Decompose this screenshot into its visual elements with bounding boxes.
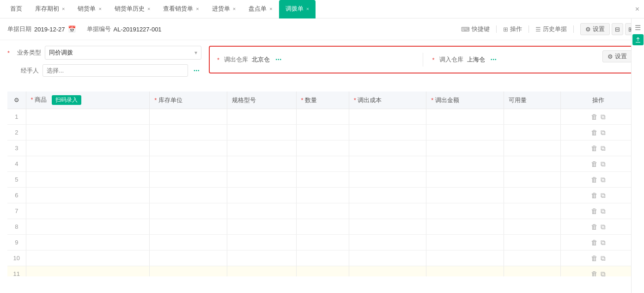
copy-icon[interactable]: ⧉ — [599, 176, 607, 184]
tab-purchase-order[interactable]: 进货单 × — [206, 0, 242, 18]
row-spec[interactable] — [227, 266, 296, 277]
row-spec[interactable] — [227, 172, 296, 188]
tab-sales-order-close[interactable]: × — [98, 6, 101, 12]
row-spec[interactable] — [227, 203, 296, 219]
row-spec[interactable] — [227, 125, 296, 140]
row-spec[interactable] — [227, 109, 296, 125]
row-amount[interactable] — [426, 266, 504, 277]
copy-icon[interactable]: ⧉ — [599, 160, 607, 168]
tab-transfer[interactable]: 调拨单 × — [279, 0, 316, 18]
row-cost[interactable] — [349, 125, 426, 140]
row-qty[interactable] — [296, 156, 349, 172]
row-available[interactable] — [504, 203, 560, 219]
row-unit[interactable] — [150, 125, 227, 140]
business-type-select[interactable]: 同价调拨 ▾ — [45, 46, 201, 60]
delete-icon[interactable]: 🗑 — [589, 207, 599, 215]
row-product[interactable] — [26, 235, 150, 250]
row-available[interactable] — [504, 140, 560, 156]
row-product[interactable] — [26, 140, 150, 156]
global-close-button[interactable]: × — [635, 5, 639, 13]
tab-sales-order[interactable]: 销货单 × — [71, 0, 108, 18]
tab-view-sales[interactable]: 查看销货单 × — [157, 0, 205, 18]
row-spec[interactable] — [227, 219, 296, 235]
shortcut-key-button[interactable]: ⌨ 快捷键 — [461, 25, 490, 33]
row-cost[interactable] — [349, 219, 426, 235]
row-amount[interactable] — [426, 172, 504, 188]
copy-icon[interactable]: ⧉ — [599, 113, 607, 121]
settings-button[interactable]: ⚙ 设置 — [580, 23, 610, 35]
row-qty[interactable] — [296, 109, 349, 125]
handler-more-button[interactable]: ··· — [192, 67, 201, 75]
tab-home[interactable]: 首页 — [4, 0, 29, 18]
row-available[interactable] — [504, 219, 560, 235]
row-available[interactable] — [504, 188, 560, 203]
row-qty[interactable] — [296, 266, 349, 277]
row-unit[interactable] — [150, 266, 227, 277]
tab-stocktake[interactable]: 盘点单 × — [242, 0, 279, 18]
row-product[interactable] — [26, 156, 150, 172]
row-product[interactable] — [26, 250, 150, 266]
row-amount[interactable] — [426, 250, 504, 266]
row-qty[interactable] — [296, 188, 349, 203]
delete-icon[interactable]: 🗑 — [589, 223, 599, 231]
row-spec[interactable] — [227, 250, 296, 266]
row-amount[interactable] — [426, 109, 504, 125]
delete-icon[interactable]: 🗑 — [589, 238, 599, 246]
row-qty[interactable] — [296, 250, 349, 266]
operation-button[interactable]: ⊞ 操作 — [503, 25, 522, 33]
row-cost[interactable] — [349, 266, 426, 277]
row-unit[interactable] — [150, 203, 227, 219]
row-cost[interactable] — [349, 188, 426, 203]
delete-icon[interactable]: 🗑 — [589, 254, 599, 262]
tab-transfer-close[interactable]: × — [306, 6, 309, 12]
row-qty[interactable] — [296, 235, 349, 250]
row-amount[interactable] — [426, 140, 504, 156]
tab-sales-history-close[interactable]: × — [147, 6, 150, 12]
row-available[interactable] — [504, 109, 560, 125]
row-product[interactable] — [26, 266, 150, 277]
row-available[interactable] — [504, 172, 560, 188]
copy-icon[interactable]: ⧉ — [599, 128, 607, 137]
row-spec[interactable] — [227, 235, 296, 250]
row-product[interactable] — [26, 188, 150, 203]
history-button[interactable]: ☰ 历史单据 — [535, 25, 567, 33]
row-qty[interactable] — [296, 125, 349, 140]
warehouse-in-more-button[interactable]: ··· — [489, 55, 498, 64]
row-available[interactable] — [504, 235, 560, 250]
row-unit[interactable] — [150, 140, 227, 156]
row-spec[interactable] — [227, 188, 296, 203]
row-cost[interactable] — [349, 235, 426, 250]
row-amount[interactable] — [426, 203, 504, 219]
row-product[interactable] — [26, 203, 150, 219]
tab-stocktake-close[interactable]: × — [269, 6, 272, 12]
layout-button[interactable]: ⊟ — [612, 23, 623, 35]
delete-icon[interactable]: 🗑 — [589, 144, 599, 152]
row-amount[interactable] — [426, 188, 504, 203]
row-unit[interactable] — [150, 219, 227, 235]
copy-icon[interactable]: ⧉ — [599, 223, 607, 231]
delete-icon[interactable]: 🗑 — [589, 176, 599, 183]
delete-icon[interactable]: 🗑 — [589, 270, 599, 277]
row-product[interactable] — [26, 219, 150, 235]
delete-icon[interactable]: 🗑 — [589, 128, 599, 136]
table-settings-icon[interactable]: ⚙ — [14, 97, 19, 104]
row-unit[interactable] — [150, 156, 227, 172]
handler-input[interactable] — [43, 64, 188, 77]
row-qty[interactable] — [296, 172, 349, 188]
row-spec[interactable] — [227, 140, 296, 156]
row-qty[interactable] — [296, 140, 349, 156]
calendar-icon[interactable]: 📅 — [68, 25, 76, 33]
delete-icon[interactable]: 🗑 — [589, 191, 599, 199]
tab-inventory-init[interactable]: 库存期初 × — [29, 0, 71, 18]
row-available[interactable] — [504, 266, 560, 277]
row-qty[interactable] — [296, 203, 349, 219]
row-product[interactable] — [26, 125, 150, 140]
row-unit[interactable] — [150, 188, 227, 203]
tab-purchase-order-close[interactable]: × — [233, 6, 236, 12]
row-cost[interactable] — [349, 109, 426, 125]
row-amount[interactable] — [426, 125, 504, 140]
row-available[interactable] — [504, 125, 560, 140]
delete-icon[interactable]: 🗑 — [589, 160, 599, 168]
row-unit[interactable] — [150, 235, 227, 250]
row-amount[interactable] — [426, 219, 504, 235]
